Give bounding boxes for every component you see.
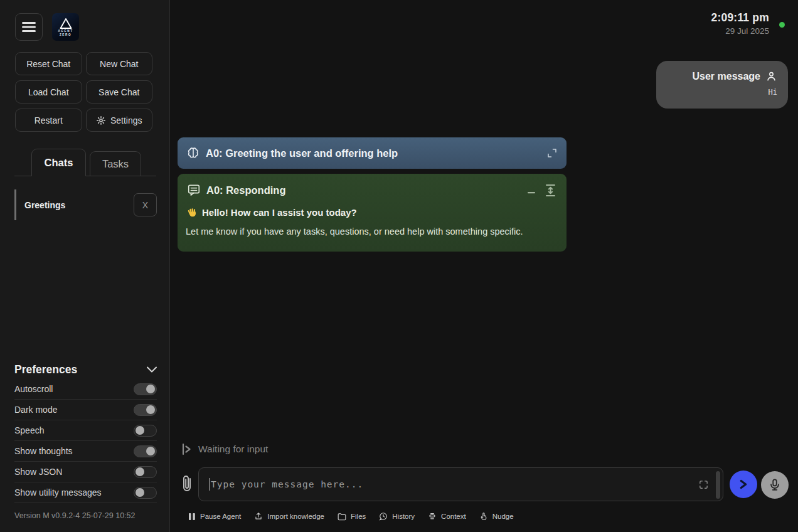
- context-button[interactable]: Context: [428, 512, 466, 521]
- agent-group-header[interactable]: A0: Greeting the user and offering help: [178, 137, 567, 169]
- agent-response-line2: Let me know if you have any tasks, quest…: [186, 226, 556, 237]
- pref-row-autoscroll: Autoscroll: [14, 379, 157, 400]
- context-icon: [428, 512, 437, 521]
- agent-response-line1: Hello! How can I assist you today?: [202, 207, 357, 218]
- logo-text-line1: AGENT: [58, 29, 73, 33]
- send-button[interactable]: [730, 471, 757, 498]
- agent-response-message: A0: Responding: [178, 174, 567, 252]
- show-json-toggle[interactable]: [134, 466, 157, 478]
- load-chat-button[interactable]: Load Chat: [15, 80, 82, 104]
- status-dot: [779, 22, 785, 28]
- pref-row-dark-mode: Dark mode: [14, 400, 157, 420]
- logo-text-line2: ZERO: [60, 33, 72, 36]
- version-label: Version M v0.9.2-4 25-07-29 10:52: [14, 511, 157, 520]
- autoscroll-toggle[interactable]: [134, 383, 157, 395]
- settings-button[interactable]: Settings: [86, 109, 153, 132]
- message-input-placeholder: Type your message here...: [211, 479, 714, 489]
- speech-toggle[interactable]: [134, 425, 157, 437]
- restart-button[interactable]: Restart: [15, 109, 82, 132]
- microphone-icon: [768, 478, 782, 492]
- input-scrollbar[interactable]: [716, 471, 720, 499]
- show-thoughts-toggle[interactable]: [134, 445, 157, 457]
- save-chat-button[interactable]: Save Chat: [86, 80, 153, 104]
- attachment-paperclip-icon[interactable]: [181, 474, 193, 494]
- hamburger-menu-button[interactable]: [15, 13, 43, 41]
- pause-agent-button[interactable]: Pause Agent: [188, 513, 241, 521]
- list-item-chat-greetings[interactable]: Greetings X: [14, 189, 157, 220]
- sidebar-button-grid: Reset Chat New Chat Load Chat Save Chat …: [15, 52, 152, 132]
- message-input[interactable]: Type your message here...: [198, 467, 723, 501]
- chat-bubble-icon: [187, 183, 201, 197]
- brain-icon: [186, 146, 200, 160]
- chevron-down-icon: [147, 366, 157, 373]
- chat-close-button[interactable]: X: [134, 193, 157, 216]
- pause-icon: [188, 513, 196, 521]
- sidebar-tabs: Chats Tasks: [14, 148, 156, 176]
- user-message-body: Hi: [667, 88, 777, 97]
- agent-group-title: A0: Greeting the user and offering help: [206, 147, 541, 159]
- user-message-title: User message: [692, 71, 760, 82]
- pref-row-show-utility: Show utility messages: [14, 482, 157, 503]
- nudge-button[interactable]: Nudge: [479, 512, 514, 521]
- clock: 2:09:11 pm 29 Jul 2025: [711, 11, 769, 36]
- expand-diagonal-icon[interactable]: [546, 147, 558, 159]
- pref-row-show-json: Show JSON: [14, 462, 157, 482]
- chat-item-title: Greetings: [24, 200, 65, 210]
- pref-row-show-thoughts: Show thoughts: [14, 441, 157, 462]
- show-utility-messages-toggle[interactable]: [134, 487, 157, 499]
- upload-icon: [254, 512, 263, 521]
- wave-emoji-icon: [187, 207, 198, 218]
- tab-chats[interactable]: Chats: [31, 149, 86, 176]
- bottom-toolbar: Pause Agent Import knowledge Files: [188, 512, 514, 521]
- sidebar-topbar: AGENT ZERO: [15, 13, 79, 41]
- preferences-header[interactable]: Preferences: [14, 360, 157, 379]
- text-caret: [210, 478, 210, 491]
- preferences-section: Preferences Autoscroll Dark mode Speech …: [14, 360, 157, 520]
- agent-zero-logo-icon: [60, 18, 72, 29]
- person-icon: [765, 70, 777, 82]
- microphone-button[interactable]: [761, 471, 789, 499]
- send-arrow-icon: [737, 477, 750, 491]
- tab-tasks[interactable]: Tasks: [90, 151, 141, 176]
- waiting-input-icon: [182, 443, 191, 455]
- minimize-icon[interactable]: [527, 186, 536, 194]
- history-button[interactable]: History: [379, 512, 415, 521]
- import-knowledge-button[interactable]: Import knowledge: [254, 512, 324, 521]
- reset-chat-button[interactable]: Reset Chat: [15, 52, 82, 75]
- sidebar: AGENT ZERO Reset Chat New Chat Load Chat…: [0, 0, 170, 532]
- history-icon: [379, 512, 388, 521]
- folder-icon: [338, 513, 346, 521]
- expand-vertical-icon[interactable]: [545, 184, 556, 197]
- hamburger-icon: [21, 21, 36, 33]
- preferences-title: Preferences: [14, 363, 77, 376]
- clock-date: 29 Jul 2025: [711, 26, 769, 36]
- agent-response-title: A0: Responding: [206, 184, 521, 196]
- agent-zero-logo[interactable]: AGENT ZERO: [52, 13, 79, 41]
- chat-list: Greetings X: [14, 189, 157, 220]
- files-button[interactable]: Files: [338, 513, 366, 521]
- pref-row-speech: Speech: [14, 420, 157, 441]
- dark-mode-toggle[interactable]: [134, 404, 157, 416]
- user-message-bubble: User message Hi: [656, 61, 788, 109]
- status-text: Waiting for input: [198, 444, 268, 455]
- status-row: Waiting for input: [182, 443, 268, 455]
- gear-icon: [96, 115, 106, 125]
- clock-time: 2:09:11 pm: [711, 11, 769, 24]
- nudge-icon: [479, 512, 488, 521]
- expand-input-icon[interactable]: [698, 479, 709, 490]
- new-chat-button[interactable]: New Chat: [86, 52, 153, 75]
